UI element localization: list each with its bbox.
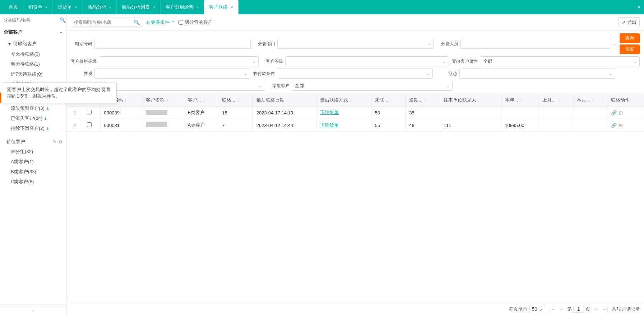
person-input[interactable]	[460, 39, 611, 49]
search-input[interactable]	[74, 20, 131, 25]
query-button[interactable]: 查询	[620, 33, 640, 43]
edit-icon[interactable]: ✎	[53, 139, 57, 145]
sort-icon-last-month[interactable]: ↕	[558, 98, 560, 102]
row-2-grid-icon[interactable]: ⊞	[619, 123, 623, 128]
price-grade-select[interactable]: ⌄	[99, 56, 259, 66]
th-last-month[interactable]: 上月... ↕	[539, 94, 573, 107]
sidebar-group-pending-contact[interactable]: ▼ 待联络客户	[0, 38, 66, 49]
th-contact-person[interactable]: 往来单位联系人 ↕	[440, 94, 501, 107]
bottom-scrollbar[interactable]	[66, 296, 644, 302]
sort-icon-method[interactable]: ↕	[350, 98, 352, 102]
sidebar-item-a-class[interactable]: A类客户(1)	[0, 157, 66, 167]
th-last-contact-method[interactable]: 最后联络方式 ↕	[316, 94, 371, 107]
sidebar-item-b-class[interactable]: B类客户(33)	[0, 167, 66, 177]
th-this-year[interactable]: 本年... ↕	[501, 94, 539, 107]
sort-icon-name[interactable]: ↕	[167, 98, 168, 102]
row-num-1: 1	[66, 107, 83, 119]
next-page-button[interactable]: →	[592, 306, 599, 312]
sidebar-item-already-lost[interactable]: 已流失客户(24) ℹ	[0, 113, 66, 123]
retail-attr-select[interactable]: 全部 ⌄	[480, 56, 640, 66]
nav-tab-home[interactable]: 首页	[4, 0, 23, 14]
sort-icon-year[interactable]: ↕	[520, 98, 522, 102]
payment-select[interactable]: ⌄	[277, 69, 433, 79]
nav-tab-customer-contact-close[interactable]: ×	[231, 5, 233, 9]
status-select[interactable]: ⌄	[459, 69, 615, 79]
sidebar-item-c-class[interactable]: C类客户(6)	[0, 177, 66, 187]
sort-icon-overdue[interactable]: ↕	[425, 98, 426, 102]
all-customers-header[interactable]: 全部客户 «	[0, 26, 66, 38]
sort-icon-person[interactable]: ↕	[478, 98, 480, 102]
page-number-input[interactable]	[573, 306, 584, 313]
th-customer-name[interactable]: 客户名称 ↕	[142, 94, 184, 107]
nav-tab-sales[interactable]: 销货单 ×	[23, 0, 53, 14]
phone-input[interactable]	[94, 39, 251, 49]
nav-tab-product-list-close[interactable]: ×	[153, 5, 155, 9]
row-1-grid-icon[interactable]: ⊞	[619, 110, 623, 115]
sidebar-search-icon[interactable]: 🔍	[60, 17, 66, 23]
row-1-method-link[interactable]: 下销货单	[320, 110, 339, 115]
sidebar-item-today[interactable]: 今天待联络(0)	[0, 49, 66, 59]
export-button[interactable]: ↗ 导出	[618, 17, 640, 27]
person-dots-button[interactable]: ···	[612, 41, 617, 47]
th-uncontacted[interactable]: 未联... ↕	[371, 94, 405, 107]
more-conditions-button[interactable]: ⎗ 更多条件 ⌃	[147, 19, 175, 25]
nav-tab-customer-layered-close[interactable]: ×	[196, 5, 199, 9]
row-2-name-blurred	[146, 122, 167, 127]
sidebar-item-ungrouped[interactable]: 未分组(32)	[0, 147, 66, 157]
already-lost-info-icon[interactable]: ℹ	[45, 116, 46, 121]
prev-page-button[interactable]: ←	[558, 306, 566, 312]
settings-button[interactable]: 设置	[620, 44, 640, 54]
nav-tab-customer-contact[interactable]: 客户联络 ×	[204, 0, 238, 14]
sort-icon-code[interactable]: ↕	[125, 98, 126, 102]
sort-icon-this-month[interactable]: ↕	[592, 98, 594, 102]
nav-tab-product-list[interactable]: 商品分析列表 ×	[117, 0, 160, 14]
th-overdue[interactable]: 逾期... ↕	[406, 94, 440, 107]
settings-small-icon[interactable]: ⚙	[58, 139, 62, 145]
th-contact-count[interactable]: 联络... ↕	[218, 94, 252, 107]
th-customer-type[interactable]: 客户... ↕	[184, 94, 218, 107]
search-button[interactable]: 🔍	[134, 19, 140, 25]
first-page-button[interactable]: |←	[548, 306, 557, 312]
last-page-button[interactable]: →|	[601, 306, 609, 312]
nav-tab-product-analysis-close[interactable]: ×	[109, 5, 111, 9]
sidebar-search-input[interactable]	[4, 18, 57, 23]
my-customers-checkbox[interactable]	[179, 20, 183, 25]
sort-icon-date[interactable]: ↕	[286, 98, 288, 102]
declining-info-icon[interactable]: ℹ	[47, 126, 48, 131]
row-2-checkbox[interactable]	[87, 122, 92, 127]
dept-select[interactable]: ⌄	[277, 39, 434, 49]
retail-attr-arrow: ⌄	[634, 60, 636, 63]
sidebar-item-lost-warning[interactable]: 流失预警客户(3) ℹ	[0, 103, 66, 113]
close-all-tabs-button[interactable]: ×	[637, 4, 640, 10]
scroll-spacer	[66, 296, 644, 297]
filter-price-grade: 客户价格等级 ⌄	[71, 56, 259, 66]
retail-customer-select[interactable]: 全部 ⌄	[292, 81, 452, 91]
row-1-checkbox[interactable]	[87, 110, 92, 114]
row-1-link-icon[interactable]: 🔗	[611, 110, 617, 115]
row-2-method-link[interactable]: 下销货单	[320, 122, 339, 128]
nav-tab-purchase-close[interactable]: ×	[75, 5, 77, 9]
sidebar-item-declining[interactable]: 持续下滑客户(2) ℹ	[0, 123, 66, 133]
sidebar-item-7days[interactable]: 近7天待联络(0)	[0, 69, 66, 79]
nav-tab-sales-close[interactable]: ×	[45, 5, 47, 9]
row-2-link-icon[interactable]: 🔗	[611, 123, 617, 128]
row-2-contact-person: 111	[440, 119, 501, 132]
filter-row-3: 性质 ⌄ 收付款条件 ⌄ 状态	[71, 69, 640, 79]
customer-type-select[interactable]: ⌄	[105, 81, 265, 91]
nav-tab-customer-layered[interactable]: 客户分层经营 ×	[161, 0, 204, 14]
nav-tab-purchase[interactable]: 进货单 ×	[53, 0, 82, 14]
sidebar-scroll-left[interactable]: ←	[0, 306, 66, 315]
sort-icon-uncontacted[interactable]: ↕	[390, 98, 392, 102]
sidebar-value-customers[interactable]: 价值客户 ✎ ⚙	[0, 137, 66, 147]
customer-grade-select[interactable]: ⌄	[285, 56, 449, 66]
th-last-contact-date[interactable]: 最后联络日期 ↕	[252, 94, 316, 107]
sort-icon-type[interactable]: ↕	[203, 98, 205, 102]
gender-select[interactable]: ⌄	[94, 69, 250, 79]
per-page-select[interactable]: 50 ⌄	[529, 305, 545, 313]
th-this-month[interactable]: 本月... ↕	[573, 94, 607, 107]
sidebar-item-tomorrow[interactable]: 明天待联络(1)	[0, 59, 66, 69]
my-customers-label: 我分管的客户	[185, 19, 213, 25]
lost-warning-info-icon[interactable]: ℹ	[47, 106, 48, 110]
sort-icon-contact[interactable]: ↕	[237, 98, 239, 102]
nav-tab-product-analysis[interactable]: 商品分析 ×	[83, 0, 117, 14]
